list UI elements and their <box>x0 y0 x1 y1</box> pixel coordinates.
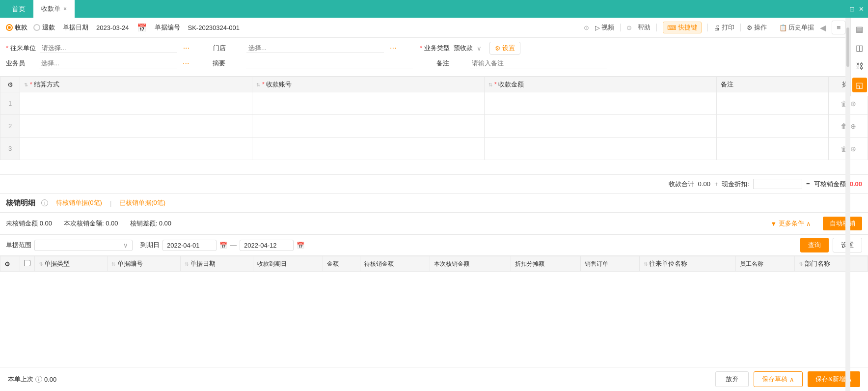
row-amount-2[interactable] <box>485 115 717 138</box>
col-checkbox-header <box>20 256 35 272</box>
col-amount-header: 金额 <box>323 256 360 272</box>
business-type-value: 预收款 <box>454 44 473 53</box>
row-settle-3[interactable] <box>20 138 252 160</box>
receipt-table-container: ⚙ ⇅ 结算方式 ⇅ 收款账号 ⇅ 收款金额 备注 <box>0 77 868 175</box>
store-label: 门店 <box>213 44 243 53</box>
verification-title: 核销明细 <box>6 198 35 208</box>
number-value: SK-20230324-001 <box>188 24 240 31</box>
row-account-2[interactable] <box>252 115 485 138</box>
summary-row: 收款合计 0.00 + 现金折扣: = 可核销金额 0.00 <box>0 175 868 194</box>
auto-verification-btn[interactable]: 自动核销 <box>823 217 862 230</box>
sidebar-icon-1[interactable]: ▤ <box>852 22 867 36</box>
partner-more-btn[interactable]: ··· <box>183 44 190 53</box>
copy-row-3-icon[interactable]: ⊕ <box>850 145 856 153</box>
calendar-from-icon[interactable]: 📅 <box>219 242 227 249</box>
col-dept-header: ⇅ 部门名称 <box>795 256 868 272</box>
row-remark-3[interactable] <box>717 138 829 160</box>
nav-prev-icon[interactable]: ◀ <box>820 23 826 32</box>
radio-refund[interactable]: 退款 <box>33 23 55 32</box>
more-conditions-btn[interactable]: ▼ 更多条件 ∧ <box>770 219 811 228</box>
current-stat: 本次核销金额: 0.00 <box>64 219 118 228</box>
row-account-1[interactable] <box>252 92 485 115</box>
save-new-button[interactable]: 保存&新增 ∧ <box>808 371 860 387</box>
unchecked-stat: 未核销金额 0.00 <box>6 219 52 228</box>
total-label: 收款合计 <box>669 180 694 189</box>
shortcut-btn[interactable]: ⌨ 快捷键 <box>663 22 702 33</box>
done-tab[interactable]: 已核销单据(0笔) <box>117 197 167 208</box>
close-window-icon[interactable]: ✕ <box>859 5 864 13</box>
row-amount-3[interactable] <box>485 138 717 160</box>
draft-arrow-icon: ∧ <box>789 376 794 383</box>
range-select[interactable]: ∨ <box>34 240 133 251</box>
row-account-3[interactable] <box>252 138 485 160</box>
col-pending-header: 待核销金额 <box>360 256 430 272</box>
abstract-input[interactable] <box>246 58 413 68</box>
staff-input[interactable] <box>39 58 177 68</box>
shortcut-icon: ⌨ <box>667 24 677 31</box>
query-button[interactable]: 查询 <box>800 238 829 252</box>
print-btn[interactable]: 🖨 打印 <box>714 23 734 32</box>
sidebar-icon-4[interactable]: ◱ <box>852 78 867 92</box>
scrollbar-thumb[interactable] <box>846 28 849 67</box>
date-separator: — <box>230 242 237 249</box>
settings-icon: ⚙ <box>7 81 13 88</box>
date-from-input[interactable] <box>163 240 217 251</box>
history-icon: 📋 <box>779 24 787 31</box>
store-more-btn[interactable]: ··· <box>390 44 396 53</box>
list-view-btn[interactable]: ≡ <box>832 21 845 34</box>
partner-input[interactable] <box>40 43 177 53</box>
row-remark-2[interactable] <box>717 115 829 138</box>
sidebar-icon-2[interactable]: ◫ <box>852 40 867 55</box>
calendar-icon[interactable]: 📅 <box>137 23 147 32</box>
range-dropdown-icon: ∨ <box>123 242 128 249</box>
receipt-type-radio-group: 收款 退款 <box>6 23 55 32</box>
history-btn[interactable]: 📋 历史单据 <box>779 23 814 32</box>
row-settle-1[interactable] <box>20 92 252 115</box>
footer-info-icon[interactable]: ℹ <box>35 376 42 383</box>
video-btn[interactable]: ▷ 视频 <box>595 23 614 32</box>
gear-icon: ⚙ <box>495 45 501 52</box>
settings-icon2[interactable]: ⚙ <box>4 260 10 268</box>
equals-sign: = <box>806 180 810 188</box>
tab-bar-controls: ⊡ ✕ <box>849 5 864 13</box>
discount-input[interactable] <box>753 179 802 189</box>
abandon-button[interactable]: 放弃 <box>715 371 749 387</box>
staff-more-btn[interactable]: ··· <box>183 59 189 68</box>
save-draft-button[interactable]: 保存草稿 ∧ <box>754 371 803 387</box>
filter-icon: ▼ <box>770 220 777 227</box>
stats-row: 未核销金额 0.00 本次核销金额: 0.00 核销差额: 0.00 ▼ 更多条… <box>0 213 868 235</box>
radio-receipt[interactable]: 收款 <box>6 23 27 32</box>
tab-active[interactable]: 收款单 × <box>33 0 75 18</box>
row-amount-1[interactable] <box>485 92 717 115</box>
store-input[interactable] <box>246 43 384 53</box>
copy-row-1-icon[interactable]: ⊕ <box>850 100 856 108</box>
tab-close-icon[interactable]: × <box>63 0 67 18</box>
remark-input[interactable] <box>470 58 607 68</box>
sidebar-icon-3[interactable]: ⛓ <box>852 59 867 74</box>
business-type-dropdown-icon[interactable]: ∨ <box>477 45 482 52</box>
main-container: 收款 退款 单据日期 2023-03-24 📅 单据编号 SK-20230324… <box>0 18 868 391</box>
discount-label: 现金折扣: <box>722 180 749 189</box>
verification-section-header: 核销明细 i 待核销单据(0笔) | 已核销单据(0笔) <box>0 194 868 213</box>
help-btn[interactable]: 帮助 <box>638 23 651 32</box>
restore-icon[interactable]: ⊡ <box>849 5 855 13</box>
pending-tab[interactable]: 待核销单据(0笔) <box>54 197 104 208</box>
unchecked-value: 0.00 <box>40 220 52 227</box>
date-to-input[interactable] <box>240 240 294 251</box>
calendar-to-icon[interactable]: 📅 <box>297 242 304 249</box>
settings-button[interactable]: ⚙ 设置 <box>489 42 520 55</box>
tab-home[interactable]: 首页 <box>4 0 33 18</box>
footer: 本单上次 ℹ 0.00 放弃 保存草稿 ∧ 保存&新增 ∧ <box>0 367 868 391</box>
form-row-2: 业务员 ··· 摘要 备注 <box>6 58 862 68</box>
right-sidebar: ▤ ◫ ⛓ ◱ <box>850 18 868 96</box>
row-remark-1[interactable] <box>717 92 829 115</box>
divider5 <box>773 24 773 31</box>
select-all-checkbox[interactable] <box>24 260 30 266</box>
footer-amount-value: 0.00 <box>44 376 56 383</box>
copy-row-2-icon[interactable]: ⊕ <box>850 122 856 130</box>
partner-label: 往来单位 <box>6 44 36 53</box>
row-settle-2[interactable] <box>20 115 252 138</box>
col-setting-header[interactable]: ⚙ <box>0 77 20 92</box>
operation-btn[interactable]: ⚙ 操作 <box>747 23 767 32</box>
verification-info-icon[interactable]: i <box>41 199 48 206</box>
